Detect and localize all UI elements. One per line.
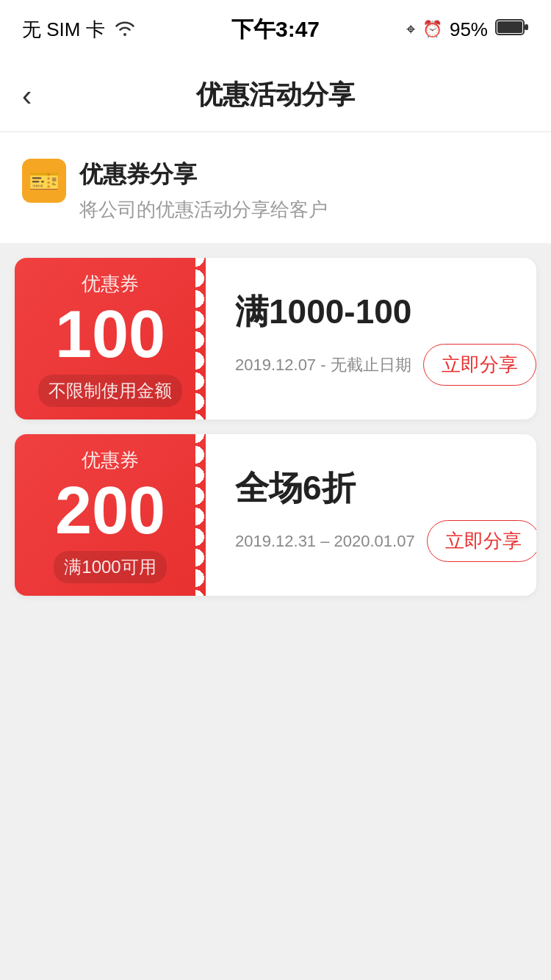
svg-rect-2: [525, 24, 528, 30]
coupon-meta-1: 2019.12.07 - 无截止日期 立即分享: [235, 344, 514, 386]
section-subtitle: 将公司的优惠活动分享给客户: [79, 197, 328, 223]
share-button-2[interactable]: 立即分享: [427, 520, 536, 562]
section-icon: 🎫: [22, 159, 66, 203]
coupon-name-1: 满1000-100: [235, 292, 514, 332]
alarm-icon: ⏰: [422, 20, 442, 39]
section-text: 优惠券分享 将公司的优惠活动分享给客户: [79, 159, 328, 223]
coupon-card-2: 优惠券 200 满1000可用 全场6折 2019.12.31 – 2020.0…: [15, 434, 536, 596]
coupon-date-1: 2019.12.07 - 无截止日期: [235, 354, 411, 376]
coupon-name-2: 全场6折: [235, 468, 514, 508]
bottom-area: [0, 596, 551, 980]
coupon-label-2: 优惠券: [82, 447, 139, 473]
location-icon: ⌖: [406, 20, 415, 39]
coupon-condition-1: 不限制使用金额: [38, 375, 182, 407]
coupon-left-1: 优惠券 100 不限制使用金额: [15, 258, 206, 419]
nav-bar: ‹ 优惠活动分享: [0, 59, 551, 132]
share-button-1[interactable]: 立即分享: [423, 344, 536, 386]
coupon-meta-2: 2019.12.31 – 2020.01.07 立即分享: [235, 520, 514, 562]
section-title: 优惠券分享: [79, 159, 328, 191]
section-header: 🎫 优惠券分享 将公司的优惠活动分享给客户: [0, 132, 551, 243]
coupon-date-2: 2019.12.31 – 2020.01.07: [235, 532, 415, 551]
battery-text: 95%: [450, 18, 488, 41]
status-right: ⌖ ⏰ 95%: [406, 18, 529, 41]
carrier-text: 无 SIM 卡: [22, 17, 105, 43]
coupon-left-2: 优惠券 200 满1000可用: [15, 434, 206, 596]
status-bar: 无 SIM 卡 下午3:47 ⌖ ⏰ 95%: [0, 0, 551, 59]
coupon-condition-2: 满1000可用: [54, 551, 166, 583]
back-button[interactable]: ‹: [22, 81, 32, 110]
coupon-card-1: 优惠券 100 不限制使用金额 满1000-100 2019.12.07 - 无…: [15, 258, 536, 419]
coupon-amount-2: 200: [55, 478, 165, 544]
coupon-right-2: 全场6折 2019.12.31 – 2020.01.07 立即分享: [206, 434, 536, 596]
coupon-right-1: 满1000-100 2019.12.07 - 无截止日期 立即分享: [206, 258, 536, 419]
page-title: 优惠活动分享: [196, 77, 355, 113]
coupon-amount-1: 100: [55, 301, 165, 367]
battery-icon: [495, 18, 529, 41]
coupon-label-1: 优惠券: [82, 271, 139, 297]
coupon-list: 优惠券 100 不限制使用金额 满1000-100 2019.12.07 - 无…: [0, 258, 551, 596]
svg-rect-1: [497, 21, 522, 33]
status-time: 下午3:47: [231, 15, 320, 45]
status-left: 无 SIM 卡: [22, 17, 136, 43]
wifi-icon: [114, 18, 136, 41]
